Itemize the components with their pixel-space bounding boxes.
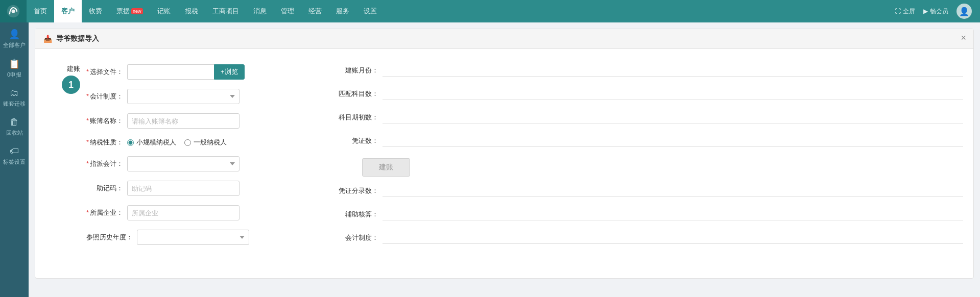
aux-accounting-row: 辅助核算： xyxy=(331,208,963,220)
browse-button[interactable]: +浏览 xyxy=(214,64,245,80)
main-content: 📥 导爷数据导入 × 建账 1 *选择文件： xyxy=(29,22,980,297)
ledger-name-label: *账簿名称： xyxy=(86,116,127,126)
dialog-title: 导爷数据导入 xyxy=(56,34,99,43)
sidebar-item-zero-declare[interactable]: 📋 0申报 xyxy=(0,54,29,83)
nav-settings[interactable]: 设置 xyxy=(356,0,384,22)
nav-tax[interactable]: 报税 xyxy=(178,0,205,22)
accounting-system-label: *会计制度： xyxy=(86,92,127,101)
account-month-value xyxy=(383,64,963,77)
migrate-icon: 🗂 xyxy=(10,88,19,98)
info-section: 建账月份： 匹配科目数： 科目期初数： 凭证数： xyxy=(311,64,963,255)
app-logo[interactable] xyxy=(0,0,27,22)
required-star2: * xyxy=(86,92,89,100)
accounting-system-select[interactable] xyxy=(127,89,240,104)
voucher-count-value xyxy=(383,135,963,147)
voucher-entries-label: 凭证分录数： xyxy=(331,186,383,195)
accounting-system-info-label: 会计制度： xyxy=(331,233,383,242)
nav-services[interactable]: 服务 xyxy=(329,0,356,22)
subject-init-row: 科目期初数： xyxy=(331,111,963,123)
sidebar-item-tags[interactable]: 🏷 标签设置 xyxy=(0,142,29,170)
accounting-system-select-wrapper xyxy=(127,89,240,104)
avatar-icon: 👤 xyxy=(959,7,969,16)
nav-business[interactable]: 工商项目 xyxy=(205,0,246,22)
accounting-system-info-row: 会计制度： xyxy=(331,232,963,244)
subject-init-value xyxy=(383,111,963,123)
accounting-system-info-value xyxy=(383,232,963,244)
vip-btn[interactable]: ▶ 畅会员 xyxy=(923,7,948,16)
nav-customers[interactable]: 客户 xyxy=(54,0,82,22)
recycle-icon: 🗑 xyxy=(10,117,19,128)
nav-home[interactable]: 首页 xyxy=(27,0,54,22)
general-taxpayer-option[interactable]: 一般纳税人 xyxy=(184,138,227,147)
file-label: *选择文件： xyxy=(86,67,127,77)
subject-init-label: 科目期初数： xyxy=(331,113,383,122)
history-year-label: 参照历史年度： xyxy=(86,233,137,242)
memo-code-input[interactable] xyxy=(127,181,240,196)
match-subjects-row: 匹配科目数： xyxy=(331,88,963,100)
svg-point-1 xyxy=(12,10,15,13)
nav-invoices[interactable]: 票据 new xyxy=(109,0,150,22)
dialog-body: 建账 1 *选择文件： +浏览 xyxy=(35,49,973,265)
voucher-entries-value xyxy=(383,185,963,197)
accountant-select[interactable] xyxy=(127,156,240,171)
all-customers-icon: 👤 xyxy=(9,29,20,40)
required-star6: * xyxy=(86,209,89,216)
nav-right: ⛶ 全屏 ▶ 畅会员 👤 xyxy=(895,4,980,19)
import-icon: 📥 xyxy=(43,35,52,43)
owner-company-input[interactable] xyxy=(127,205,240,220)
ledger-name-input[interactable] xyxy=(127,113,240,129)
ledger-name-row: *账簿名称： xyxy=(86,113,311,129)
nav-messages[interactable]: 消息 xyxy=(246,0,274,22)
account-month-label: 建账月份： xyxy=(331,66,383,75)
sidebar-item-all-customers[interactable]: 👤 全部客户 xyxy=(0,24,29,53)
history-year-select[interactable] xyxy=(137,230,249,245)
general-taxpayer-radio[interactable] xyxy=(184,139,191,146)
owner-company-label: *所属企业： xyxy=(86,208,127,217)
sidebar-item-recycle[interactable]: 🗑 回收站 xyxy=(0,113,29,141)
small-taxpayer-radio[interactable] xyxy=(127,139,134,146)
main-layout: 👤 全部客户 📋 0申报 🗂 账套迁移 🗑 回收站 🏷 标签设置 📥 导爷数据导… xyxy=(0,22,980,297)
file-row: *选择文件： +浏览 xyxy=(86,64,311,80)
history-year-select-wrapper xyxy=(137,230,249,245)
owner-company-row: *所属企业： xyxy=(86,205,311,220)
required-star: * xyxy=(86,68,89,76)
form-section: *选择文件： +浏览 *会计制度： xyxy=(86,64,311,255)
voucher-count-row: 凭证数： xyxy=(331,135,963,147)
accountant-select-wrapper xyxy=(127,156,240,171)
tax-type-radio-group: 小规模纳税人 一般纳税人 xyxy=(127,138,227,147)
aux-accounting-value xyxy=(383,208,963,220)
voucher-entries-row: 凭证分录数： xyxy=(331,185,963,197)
required-star4: * xyxy=(86,138,89,146)
dialog-header: 📥 导爷数据导入 × xyxy=(35,29,973,49)
voucher-count-label: 凭证数： xyxy=(331,136,383,145)
tag-icon: 🏷 xyxy=(10,146,19,157)
step-section: 建账 1 xyxy=(45,64,86,255)
match-subjects-value xyxy=(383,88,963,100)
sidebar: 👤 全部客户 📋 0申报 🗂 账套迁移 🗑 回收站 🏷 标签设置 xyxy=(0,22,29,297)
dialog-panel: 📥 导爷数据导入 × 建账 1 *选择文件： xyxy=(35,29,974,279)
nav-operations[interactable]: 经营 xyxy=(301,0,329,22)
fullscreen-icon: ⛶ xyxy=(895,8,901,15)
nav-items: 首页 客户 收费 票据 new 记账 报税 工商项目 消息 管理 经营 服务 设… xyxy=(27,0,895,22)
memo-code-label: 助记码： xyxy=(86,184,127,193)
file-input-group: +浏览 xyxy=(127,64,245,80)
tax-type-label: *纳税性质： xyxy=(86,138,127,147)
step-circle: 1 xyxy=(62,76,80,94)
user-avatar[interactable]: 👤 xyxy=(957,4,972,19)
required-star5: * xyxy=(86,160,89,167)
file-input[interactable] xyxy=(127,64,214,80)
nav-billing[interactable]: 收费 xyxy=(82,0,109,22)
sidebar-item-account-migrate[interactable]: 🗂 账套迁移 xyxy=(0,84,29,112)
fullscreen-btn[interactable]: ⛶ 全屏 xyxy=(895,7,915,16)
nav-manage[interactable]: 管理 xyxy=(274,0,301,22)
build-account-button[interactable]: 建账 xyxy=(362,158,410,177)
accounting-system-row: *会计制度： xyxy=(86,89,311,104)
account-month-row: 建账月份： xyxy=(331,64,963,77)
nav-bookkeeping[interactable]: 记账 xyxy=(150,0,178,22)
tax-type-row: *纳税性质： 小规模纳税人 一般纳税人 xyxy=(86,138,311,147)
history-year-row: 参照历史年度： xyxy=(86,230,311,245)
accountant-label: *指派会计： xyxy=(86,159,127,168)
small-taxpayer-option[interactable]: 小规模纳税人 xyxy=(127,138,176,147)
close-button[interactable]: × xyxy=(961,33,966,42)
zero-declare-icon: 📋 xyxy=(9,58,20,69)
